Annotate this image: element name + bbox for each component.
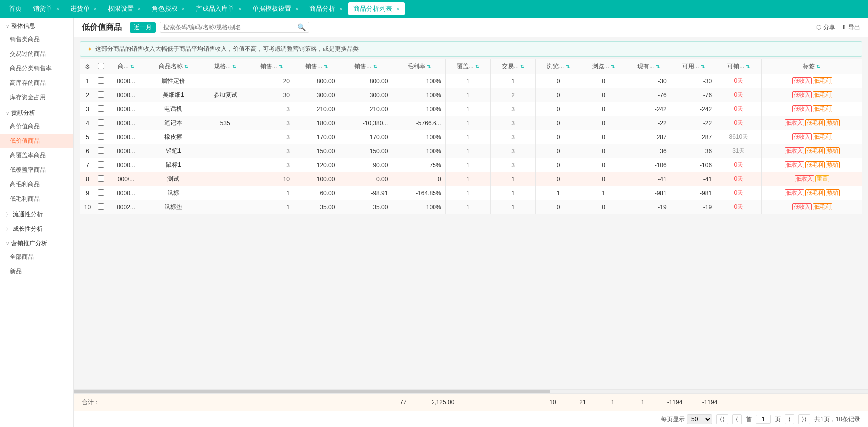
- last-page-button[interactable]: ⟩⟩: [798, 414, 810, 424]
- nav-role[interactable]: 角色授权 ×: [147, 2, 190, 15]
- first-page-button[interactable]: ⟨⟨: [716, 414, 728, 424]
- sidebar-item-high-inventory[interactable]: 高库存的商品: [0, 76, 73, 90]
- sidebar-item-all-goods[interactable]: 全部商品: [0, 250, 73, 264]
- sidebar-item-category-sales[interactable]: 商品分类销售率: [0, 61, 73, 76]
- sidebar-item-inventory-fund[interactable]: 库存资金占用: [0, 90, 73, 105]
- browse-link[interactable]: 0: [557, 134, 560, 141]
- share-button[interactable]: ⬡ 分享: [816, 23, 835, 32]
- nav-analysis[interactable]: 商品分析 ×: [304, 2, 347, 15]
- row-checkbox[interactable]: [95, 200, 107, 214]
- gear-icon[interactable]: ⚙: [85, 63, 90, 70]
- sidebar-group-general[interactable]: ∨ 整体信息: [0, 18, 73, 32]
- sidebar-group-liquidity[interactable]: 〉 流通性分析: [0, 206, 73, 221]
- row-select-checkbox[interactable]: [98, 175, 104, 182]
- row-select-checkbox[interactable]: [98, 147, 104, 154]
- browse-link[interactable]: 0: [557, 92, 560, 99]
- close-icon[interactable]: ×: [295, 6, 298, 12]
- browse-link[interactable]: 0: [557, 106, 560, 113]
- col-saleable[interactable]: 可销... ⇅: [716, 59, 761, 74]
- row-checkbox[interactable]: [95, 102, 107, 116]
- per-page-select[interactable]: 50 100 200: [687, 414, 712, 424]
- prev-page-button[interactable]: ⟨: [732, 414, 742, 424]
- nav-production[interactable]: 产成品入库单 ×: [191, 2, 246, 15]
- row-col11[interactable]: 0: [536, 102, 581, 116]
- col-sales3[interactable]: 销售... ⇅: [339, 59, 392, 74]
- row-col11[interactable]: 0: [536, 200, 581, 214]
- nav-home[interactable]: 首页: [4, 2, 27, 15]
- sidebar-item-high-profit[interactable]: 高毛利商品: [0, 177, 73, 192]
- close-icon[interactable]: ×: [56, 6, 59, 12]
- row-select-checkbox[interactable]: [98, 91, 104, 98]
- sidebar-group-marketing[interactable]: ∨ 营销推广分析: [0, 235, 73, 250]
- browse-link[interactable]: 0: [557, 162, 560, 169]
- page-input[interactable]: [756, 415, 771, 424]
- nav-analysis-list[interactable]: 商品分析列表 ×: [348, 2, 404, 15]
- col-browse2[interactable]: 浏览... ⇅: [581, 59, 626, 74]
- col-sales2[interactable]: 销售... ⇅: [294, 59, 339, 74]
- close-icon[interactable]: ×: [94, 6, 97, 12]
- row-col11[interactable]: 0: [536, 116, 581, 130]
- col-current[interactable]: 现有... ⇅: [626, 59, 671, 74]
- browse-link[interactable]: 0: [557, 78, 560, 85]
- bottom-scrollbar[interactable]: [74, 389, 868, 393]
- col-tag[interactable]: 标签 ⇅: [761, 59, 862, 74]
- row-select-checkbox[interactable]: [98, 161, 104, 168]
- col-name[interactable]: 商品名称 ⇅: [145, 59, 202, 74]
- browse-link[interactable]: 0: [557, 148, 560, 155]
- export-button[interactable]: ⬆ 导出: [841, 23, 860, 32]
- browse-link[interactable]: 0: [557, 176, 560, 183]
- sidebar-item-low-value[interactable]: 低价值商品: [0, 134, 73, 148]
- nav-sales[interactable]: 销货单 ×: [28, 2, 64, 15]
- browse-link[interactable]: 0: [557, 120, 560, 127]
- col-trade[interactable]: 交易... ⇅: [490, 59, 535, 74]
- row-checkbox[interactable]: [95, 172, 107, 186]
- nav-template[interactable]: 单据模板设置 ×: [247, 2, 303, 15]
- col-spec[interactable]: 规格... ⇅: [202, 59, 249, 74]
- table-container[interactable]: ⚙ 商... ⇅ 商品名称 ⇅ 规格... ⇅ 销售... ⇅ 销售... ⇅ …: [74, 59, 868, 389]
- row-checkbox[interactable]: [95, 186, 107, 200]
- sidebar-group-growth[interactable]: 〉 成长性分析: [0, 221, 73, 235]
- sidebar-group-contribution[interactable]: ∨ 贡献分析: [0, 105, 73, 119]
- close-icon[interactable]: ×: [182, 6, 185, 12]
- search-icon[interactable]: 🔍: [297, 23, 306, 31]
- row-col11[interactable]: 0: [536, 130, 581, 144]
- col-code[interactable]: 商... ⇅: [107, 59, 145, 74]
- row-checkbox[interactable]: [95, 74, 107, 88]
- close-icon[interactable]: ×: [339, 6, 342, 12]
- select-all-checkbox[interactable]: [98, 63, 104, 69]
- sidebar-item-new-goods[interactable]: 新品: [0, 264, 73, 279]
- row-select-checkbox[interactable]: [98, 105, 104, 112]
- sidebar-item-high-coverage[interactable]: 高覆盖率商品: [0, 148, 73, 163]
- row-checkbox[interactable]: [95, 130, 107, 144]
- col-coverage[interactable]: 覆盖... ⇅: [445, 59, 490, 74]
- browse-link[interactable]: 1: [557, 190, 560, 197]
- row-checkbox[interactable]: [95, 88, 107, 102]
- row-select-checkbox[interactable]: [98, 77, 104, 84]
- row-col11[interactable]: 0: [536, 88, 581, 102]
- time-filter-button[interactable]: 近一月: [130, 22, 156, 33]
- row-col11[interactable]: 0: [536, 172, 581, 186]
- row-select-checkbox[interactable]: [98, 203, 104, 210]
- sidebar-item-sales-goods[interactable]: 销售类商品: [0, 32, 73, 47]
- col-browse1[interactable]: 浏览... ⇅: [536, 59, 581, 74]
- row-col11[interactable]: 1: [536, 186, 581, 200]
- sidebar-item-low-coverage[interactable]: 低覆盖率商品: [0, 163, 73, 177]
- row-select-checkbox[interactable]: [98, 119, 104, 126]
- col-settings[interactable]: ⚙: [80, 59, 95, 74]
- search-input[interactable]: [163, 24, 297, 31]
- close-icon[interactable]: ×: [396, 6, 399, 12]
- col-checkbox[interactable]: [95, 59, 107, 74]
- nav-permission[interactable]: 权限设置 ×: [103, 2, 146, 15]
- nav-purchase[interactable]: 进货单 ×: [65, 2, 102, 15]
- close-icon[interactable]: ×: [238, 6, 241, 12]
- row-checkbox[interactable]: [95, 116, 107, 130]
- col-profit-rate[interactable]: 毛利率 ⇅: [392, 59, 445, 74]
- close-icon[interactable]: ×: [138, 6, 141, 12]
- row-select-checkbox[interactable]: [98, 133, 104, 140]
- next-page-button[interactable]: ⟩: [785, 414, 794, 424]
- sidebar-item-traded-goods[interactable]: 交易过的商品: [0, 47, 73, 61]
- row-checkbox[interactable]: [95, 158, 107, 172]
- sidebar-item-high-value[interactable]: 高价值商品: [0, 119, 73, 134]
- row-checkbox[interactable]: [95, 144, 107, 158]
- col-available[interactable]: 可用... ⇅: [671, 59, 716, 74]
